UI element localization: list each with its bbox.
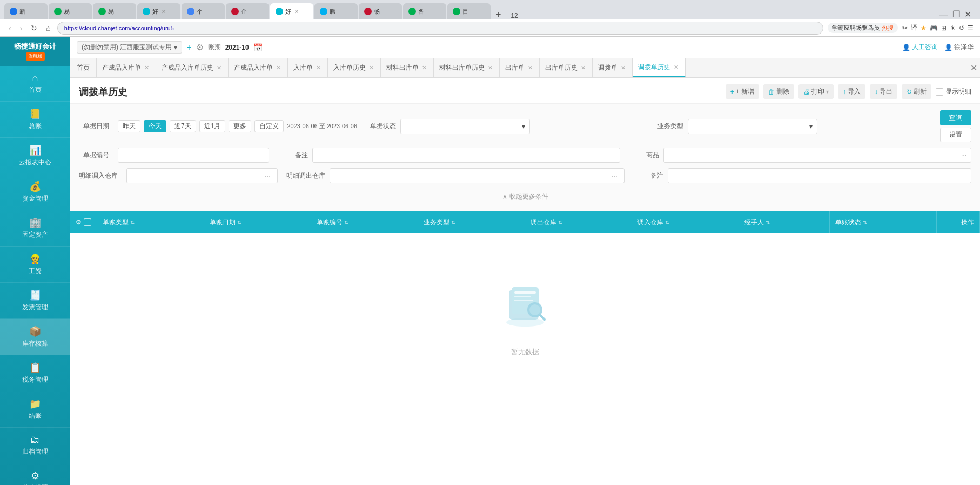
page-tab-close-2[interactable]: ✕ [216,64,223,72]
address-input[interactable] [57,22,823,35]
th-sort-handler[interactable]: 经手人 ⇅ [744,218,824,227]
browser-tab-6[interactable]: 好 ✕ [270,3,313,19]
delete-btn[interactable]: 🗑 删除 [763,84,794,99]
browser-tab-5[interactable]: 企 [226,3,269,19]
export-btn[interactable]: ↓ 导出 [870,84,897,99]
game-icon[interactable]: 🎮 [930,24,938,32]
scissors-icon[interactable]: ✂ [902,24,908,32]
in-warehouse-ellipsis-icon[interactable]: ··· [262,171,273,180]
search-btn[interactable]: 查询 [940,110,971,125]
new-tab-btn[interactable]: + [492,10,505,19]
star-icon[interactable]: ★ [921,24,927,32]
table-gear-icon[interactable]: ⚙ [76,218,82,226]
reload-btn[interactable]: ↻ [29,23,39,34]
page-tab-11[interactable]: 调拨单历史 ✕ [633,58,686,77]
page-tab-3[interactable]: 产成品入库单 ✕ [229,58,288,77]
th-sort-doc-num[interactable]: 单账编号 ⇅ [317,218,412,227]
page-tab-close-3[interactable]: ✕ [275,64,282,72]
date-btn-7days[interactable]: 近7天 [170,120,196,132]
sidebar-item-home[interactable]: ⌂ 首页 [0,66,70,102]
tab-count-btn[interactable]: 12 [506,12,522,19]
page-tab-6[interactable]: 材料出库单 ✕ [381,58,434,77]
browser-tab-2[interactable]: 易 [93,3,136,19]
sidebar-item-payroll[interactable]: 👷 工资 [0,247,70,283]
sidebar-item-fund[interactable]: 💰 资金管理 [0,174,70,210]
add-company-btn[interactable]: + [186,43,191,52]
out-warehouse-ellipsis-icon[interactable]: ··· [609,171,620,180]
th-sort-doc-date[interactable]: 单账日期 ⇅ [210,218,305,227]
page-tab-8[interactable]: 出库单 ✕ [500,58,540,77]
back-btn[interactable]: ‹ [6,23,14,34]
browser-tab-10[interactable]: 目 [447,3,491,19]
browser-tab-close-3[interactable]: ✕ [162,9,166,15]
browser-tab-4[interactable]: 个 [182,3,225,19]
page-tab-1[interactable]: 产成品入库单 ✕ [97,58,156,77]
goods-select[interactable]: ··· [663,148,971,163]
sidebar-item-tax[interactable]: 📋 税务管理 [0,355,70,391]
refresh-btn[interactable]: ↻ 刷新 [902,84,931,99]
close-btn[interactable]: ✕ [964,9,971,19]
browser-tab-0[interactable]: 新 [4,3,48,19]
translate-icon[interactable]: 译 [911,23,917,32]
page-tab-close-8[interactable]: ✕ [527,64,534,72]
page-tab-close-10[interactable]: ✕ [620,64,627,72]
page-tab-close-9[interactable]: ✕ [580,64,587,72]
print-btn[interactable]: 🖨 打印 ▾ [798,84,834,99]
settings-btn[interactable]: 设置 [940,128,971,142]
th-sort-business-type[interactable]: 业务类型 ⇅ [424,218,519,227]
page-tab-7[interactable]: 材料出库单历史 ✕ [434,58,500,77]
browser-tab-3[interactable]: 好 ✕ [137,3,180,19]
page-tab-close-1[interactable]: ✕ [143,64,150,72]
undo-icon[interactable]: ↺ [959,24,964,32]
page-tab-close-5[interactable]: ✕ [368,64,375,72]
page-tab-5[interactable]: 入库单历史 ✕ [328,58,381,77]
display-toggle[interactable]: 显示明细 [936,87,971,96]
in-warehouse-select[interactable]: ··· [126,168,278,183]
date-btn-today[interactable]: 今天 [144,120,166,132]
import-btn[interactable]: ↑ 导入 [838,84,865,99]
th-sort-out-warehouse[interactable]: 调出仓库 ⇅ [531,218,626,227]
page-tab-close-6[interactable]: ✕ [421,64,428,72]
sidebar-item-report[interactable]: 📊 云报表中心 [0,138,70,174]
add-btn[interactable]: + + 新增 [726,84,759,99]
maximize-btn[interactable]: ❐ [952,9,960,19]
th-sort-doc-type[interactable]: 单账类型 ⇅ [103,218,198,227]
date-btn-1month[interactable]: 近1月 [199,120,226,132]
page-tab-10[interactable]: 调拨单 ✕ [593,58,633,77]
collapse-btn[interactable]: ∧ 收起更多条件 [79,189,971,204]
brightness-icon[interactable]: ☀ [950,24,956,32]
date-btn-yesterday[interactable]: 昨天 [118,120,140,132]
select-all-checkbox[interactable] [84,218,91,226]
note2-input[interactable] [668,168,971,183]
sidebar-item-asset[interactable]: 🏢 固定资产 [0,210,70,247]
page-tab-home[interactable]: 首页 [70,58,97,77]
display-checkbox[interactable] [936,88,943,96]
grid-icon[interactable]: ⊞ [941,24,947,32]
th-sort-status[interactable]: 单账状态 ⇅ [835,218,931,227]
sidebar-item-close[interactable]: 📁 结账 [0,391,70,428]
company-selector[interactable]: (勿删勿禁用) 江西服宝测试专用 ▾ [77,41,182,54]
sidebar-item-inventory[interactable]: 📦 库存核算 [0,319,70,355]
service-btn[interactable]: 👤 人工咨询 [902,43,938,52]
date-btn-custom[interactable]: 自定义 [254,120,284,132]
calendar-icon[interactable]: 📅 [253,43,263,52]
date-btn-more[interactable]: 更多 [229,120,251,132]
forward-btn[interactable]: › [18,23,25,34]
close-all-tabs-btn[interactable]: ✕ [967,58,980,77]
menu-icon[interactable]: ☰ [968,24,974,32]
gear-icon[interactable]: ⚙ [196,42,204,52]
home-btn[interactable]: ⌂ [44,23,52,34]
browser-tab-8[interactable]: 畅 [359,3,402,19]
browser-tab-1[interactable]: 易 [49,3,92,19]
page-tab-4[interactable]: 入库单 ✕ [288,58,328,77]
page-tab-2[interactable]: 产成品入库单历史 ✕ [156,58,229,77]
note-input[interactable] [312,148,620,163]
browser-tab-9[interactable]: 各 [403,3,446,19]
out-warehouse-select[interactable]: ··· [330,168,625,183]
business-type-select[interactable]: ▾ [688,119,817,134]
sidebar-item-invoice[interactable]: 🧾 发票管理 [0,283,70,319]
page-tab-close-7[interactable]: ✕ [487,64,494,72]
page-tab-close-11[interactable]: ✕ [673,63,680,71]
status-select[interactable]: ▾ [400,119,530,134]
page-tab-9[interactable]: 出库单历史 ✕ [540,58,593,77]
